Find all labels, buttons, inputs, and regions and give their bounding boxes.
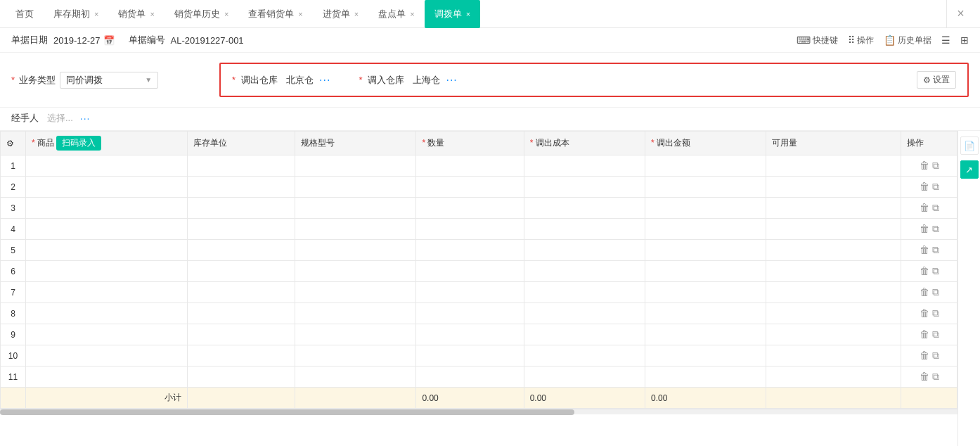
scan-entry-button[interactable]: 扫码录入	[56, 136, 101, 151]
cell-unit[interactable]	[187, 198, 295, 219]
cell-spec[interactable]	[295, 303, 416, 324]
cell-spec[interactable]	[295, 324, 416, 345]
tab-inventory-init-close[interactable]: ×	[94, 10, 98, 18]
copy-icon[interactable]: ⧉	[932, 160, 939, 171]
delete-icon[interactable]: 🗑	[920, 223, 929, 234]
operation-btn[interactable]: ⠿ 操作	[848, 34, 874, 46]
cell-spec[interactable]	[295, 198, 416, 219]
cell-amount[interactable]	[645, 261, 766, 282]
tab-transfer-order-close[interactable]: ×	[466, 10, 470, 18]
cell-amount[interactable]	[645, 324, 766, 345]
copy-icon[interactable]: ⧉	[932, 265, 939, 276]
copy-icon[interactable]: ⧉	[932, 350, 939, 361]
cell-product[interactable]	[26, 219, 188, 240]
cell-qty[interactable]	[416, 261, 524, 282]
tab-sales-history[interactable]: 销货单历史 ×	[165, 0, 238, 28]
tab-inventory-count[interactable]: 盘点单 ×	[368, 0, 424, 28]
cell-cost[interactable]	[524, 177, 645, 198]
copy-icon[interactable]: ⧉	[932, 181, 939, 192]
cell-available[interactable]	[766, 261, 901, 282]
cell-amount[interactable]	[645, 219, 766, 240]
cell-qty[interactable]	[416, 367, 524, 388]
cell-cost[interactable]	[524, 345, 645, 367]
delete-icon[interactable]: 🗑	[920, 371, 929, 382]
cell-product[interactable]	[26, 303, 188, 324]
cell-qty[interactable]	[416, 155, 524, 177]
cell-qty[interactable]	[416, 219, 524, 240]
sidebar-export-btn[interactable]: ↗	[960, 160, 979, 179]
horizontal-scrollbar[interactable]	[0, 409, 958, 414]
cell-product[interactable]	[26, 155, 188, 177]
cell-amount[interactable]	[645, 177, 766, 198]
cell-available[interactable]	[766, 240, 901, 261]
cell-qty[interactable]	[416, 240, 524, 261]
cell-unit[interactable]	[187, 367, 295, 388]
tab-purchase-order[interactable]: 进货单 ×	[313, 0, 368, 28]
cell-unit[interactable]	[187, 240, 295, 261]
warehouse-in-value[interactable]: 上海仓	[413, 74, 440, 87]
cell-available[interactable]	[766, 367, 901, 388]
delete-icon[interactable]: 🗑	[920, 329, 929, 340]
cell-product[interactable]	[26, 324, 188, 345]
cell-amount[interactable]	[645, 345, 766, 367]
copy-icon[interactable]: ⧉	[932, 223, 939, 234]
delete-icon[interactable]: 🗑	[920, 244, 929, 255]
cell-unit[interactable]	[187, 155, 295, 177]
shortcut-btn[interactable]: ⌨ 快捷键	[797, 34, 838, 46]
cell-available[interactable]	[766, 303, 901, 324]
cell-cost[interactable]	[524, 303, 645, 324]
sidebar-doc-btn[interactable]: 📄	[960, 136, 979, 155]
cell-spec[interactable]	[295, 261, 416, 282]
cell-qty[interactable]	[416, 324, 524, 345]
cell-qty[interactable]	[416, 345, 524, 367]
cell-unit[interactable]	[187, 303, 295, 324]
grid-layout-btn[interactable]: ⊞	[960, 34, 969, 46]
tab-sales-history-close[interactable]: ×	[224, 10, 228, 18]
cell-amount[interactable]	[645, 240, 766, 261]
cell-cost[interactable]	[524, 240, 645, 261]
tab-inventory-init[interactable]: 库存期初 ×	[44, 0, 108, 28]
cell-qty[interactable]	[416, 198, 524, 219]
cell-available[interactable]	[766, 345, 901, 367]
history-btn[interactable]: 📋 历史单据	[884, 34, 931, 46]
cell-qty[interactable]	[416, 303, 524, 324]
copy-icon[interactable]: ⧉	[932, 286, 939, 298]
warehouse-in-more-icon[interactable]: ···	[446, 74, 457, 87]
cell-unit[interactable]	[187, 261, 295, 282]
cell-available[interactable]	[766, 198, 901, 219]
cell-cost[interactable]	[524, 367, 645, 388]
business-type-dropdown[interactable]: 同价调拨 ▼	[60, 72, 158, 89]
scrollbar-thumb[interactable]	[0, 409, 574, 415]
cell-spec[interactable]	[295, 282, 416, 303]
cell-spec[interactable]	[295, 367, 416, 388]
doc-date-value[interactable]: 2019-12-27	[53, 35, 101, 46]
cell-qty[interactable]	[416, 282, 524, 303]
handler-more-icon[interactable]: ···	[80, 113, 91, 124]
cell-amount[interactable]	[645, 303, 766, 324]
settings-button[interactable]: ⚙ 设置	[917, 71, 956, 89]
cell-unit[interactable]	[187, 219, 295, 240]
cell-unit[interactable]	[187, 324, 295, 345]
cell-spec[interactable]	[295, 155, 416, 177]
cell-product[interactable]	[26, 282, 188, 303]
delete-icon[interactable]: 🗑	[920, 307, 929, 319]
cell-spec[interactable]	[295, 219, 416, 240]
cell-product[interactable]	[26, 345, 188, 367]
warehouse-out-more-icon[interactable]: ···	[319, 74, 330, 87]
tab-home[interactable]: 首页	[6, 0, 44, 28]
cell-cost[interactable]	[524, 324, 645, 345]
cell-available[interactable]	[766, 219, 901, 240]
cell-spec[interactable]	[295, 177, 416, 198]
cell-product[interactable]	[26, 177, 188, 198]
cell-unit[interactable]	[187, 345, 295, 367]
delete-icon[interactable]: 🗑	[920, 286, 929, 298]
cell-amount[interactable]	[645, 198, 766, 219]
cell-product[interactable]	[26, 367, 188, 388]
table-settings-icon[interactable]: ⚙	[6, 139, 14, 148]
cell-cost[interactable]	[524, 198, 645, 219]
cell-available[interactable]	[766, 177, 901, 198]
cell-amount[interactable]	[645, 155, 766, 177]
cell-unit[interactable]	[187, 177, 295, 198]
tab-view-sales[interactable]: 查看销货单 ×	[238, 0, 312, 28]
copy-icon[interactable]: ⧉	[932, 329, 939, 340]
